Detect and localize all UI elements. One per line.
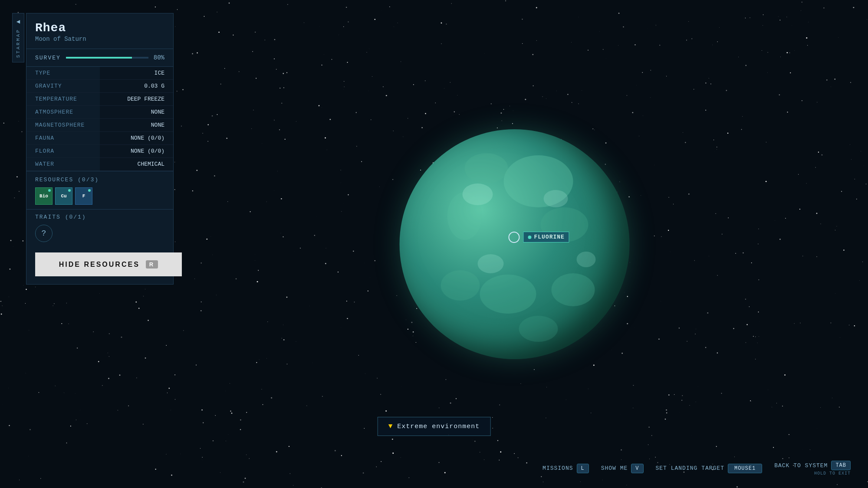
hide-resources-label: HIDE RESOURCES	[59, 261, 140, 269]
stat-label: FLORA	[26, 145, 100, 158]
table-row: FAUNANONE (0/0)	[26, 132, 173, 145]
marker-dot	[528, 236, 531, 239]
planet-subtitle: Moon of Saturn	[35, 36, 164, 43]
table-row: WATERCHEMICAL	[26, 158, 173, 171]
missions-key: L	[577, 464, 589, 473]
fluorine-marker[interactable]: FLUORINE	[508, 232, 569, 243]
back-key: TAB	[831, 461, 851, 470]
table-row: MAGNETOSPHERENONE	[26, 119, 173, 132]
back-main: BACK TO SYSTEM TAB	[774, 461, 851, 470]
survey-bar-fill	[66, 57, 132, 59]
stat-value: DEEP FREEZE	[100, 93, 173, 106]
back-sub: HOLD TO EXIT	[814, 471, 851, 476]
landing-key: MOUSE1	[728, 464, 762, 473]
resources-title: RESOURCES (0/3)	[35, 177, 164, 183]
planet-sphere[interactable]	[400, 129, 630, 359]
svg-point-5	[441, 270, 480, 301]
svg-point-10	[478, 254, 504, 273]
table-row: TEMPERATUREDEEP FREEZE	[26, 93, 173, 106]
table-row: FLORANONE (0/0)	[26, 145, 173, 158]
hud-missions[interactable]: MISSIONS L	[542, 464, 589, 473]
survey-row: SURVEY 80%	[26, 49, 173, 67]
survey-percent: 80%	[154, 54, 164, 61]
survey-bar	[66, 57, 148, 59]
table-row: ATMOSPHERENONE	[26, 106, 173, 119]
planet-container: FLUORINE	[400, 129, 630, 359]
planet-name: Rhea	[35, 21, 164, 35]
stat-label: WATER	[26, 158, 100, 171]
survey-label: SURVEY	[35, 55, 61, 61]
traits-section: TRAITS (0/1) ?	[26, 209, 173, 246]
traits-title: TRAITS (0/1)	[35, 214, 164, 220]
missions-label: MISSIONS	[542, 465, 573, 472]
resources-icons: BioCuF	[35, 187, 164, 205]
hide-resources-button[interactable]: HIDE RESOURCES R	[35, 252, 182, 276]
svg-point-9	[544, 190, 568, 207]
landing-label: SET LANDING TARGET	[656, 465, 724, 472]
stats-table: TYPEICEGRAVITY0.03 GTEMPERATUREDEEP FREE…	[26, 67, 173, 171]
stat-value: NONE	[100, 106, 173, 119]
stat-value: NONE (0/0)	[100, 132, 173, 145]
stat-label: TYPE	[26, 67, 100, 80]
stat-value: CHEMICAL	[100, 158, 173, 171]
hud-landing-target[interactable]: SET LANDING TARGET MOUSE1	[656, 464, 763, 473]
svg-point-6	[552, 273, 595, 306]
svg-point-11	[577, 252, 596, 267]
stat-value: ICE	[100, 67, 173, 80]
table-row: GRAVITY0.03 G	[26, 80, 173, 93]
stat-label: TEMPERATURE	[26, 93, 100, 106]
resource-icon-cu[interactable]: Cu	[55, 187, 72, 205]
svg-point-8	[463, 183, 493, 205]
marker-circle	[508, 232, 519, 243]
resource-icon-bio[interactable]: Bio	[35, 187, 53, 205]
collapse-arrow: ◀	[16, 18, 20, 25]
starmap-tab[interactable]: ◀ STARMAP	[12, 13, 24, 62]
stat-label: FAUNA	[26, 132, 100, 145]
resources-section: RESOURCES (0/3) BioCuF	[26, 171, 173, 209]
svg-point-1	[465, 153, 508, 183]
stat-value: NONE	[100, 119, 173, 132]
stat-value: NONE (0/0)	[100, 145, 173, 158]
resource-icon-f[interactable]: F	[75, 187, 92, 205]
stat-label: ATMOSPHERE	[26, 106, 100, 119]
hud-show-me[interactable]: SHOW ME V	[601, 464, 644, 473]
warning-icon: ▼	[388, 422, 393, 430]
extreme-warning: ▼ Extreme environment	[378, 417, 491, 436]
panel-header: Rhea Moon of Saturn	[26, 13, 173, 49]
hide-resources-key: R	[146, 260, 158, 269]
fluorine-label: FLUORINE	[534, 234, 564, 240]
extreme-warning-text: Extreme environment	[397, 423, 480, 430]
hud-back-to-system[interactable]: BACK TO SYSTEM TAB HOLD TO EXIT	[774, 461, 851, 476]
info-panel: Rhea Moon of Saturn SURVEY 80% TYPEICEGR…	[26, 13, 174, 285]
svg-point-4	[480, 275, 536, 314]
marker-label: FLUORINE	[523, 232, 569, 242]
show-me-key: V	[631, 464, 643, 473]
starmap-label: STARMAP	[16, 29, 21, 58]
bottom-hud: MISSIONS L SHOW ME V SET LANDING TARGET …	[542, 461, 851, 476]
planet-surface	[400, 129, 630, 359]
table-row: TYPEICE	[26, 67, 173, 80]
stat-value: 0.03 G	[100, 80, 173, 93]
back-label: BACK TO SYSTEM	[774, 462, 828, 469]
show-me-label: SHOW ME	[601, 465, 628, 472]
svg-point-7	[519, 316, 558, 342]
stat-label: MAGNETOSPHERE	[26, 119, 100, 132]
stat-label: GRAVITY	[26, 80, 100, 93]
trait-unknown: ?	[35, 225, 53, 242]
